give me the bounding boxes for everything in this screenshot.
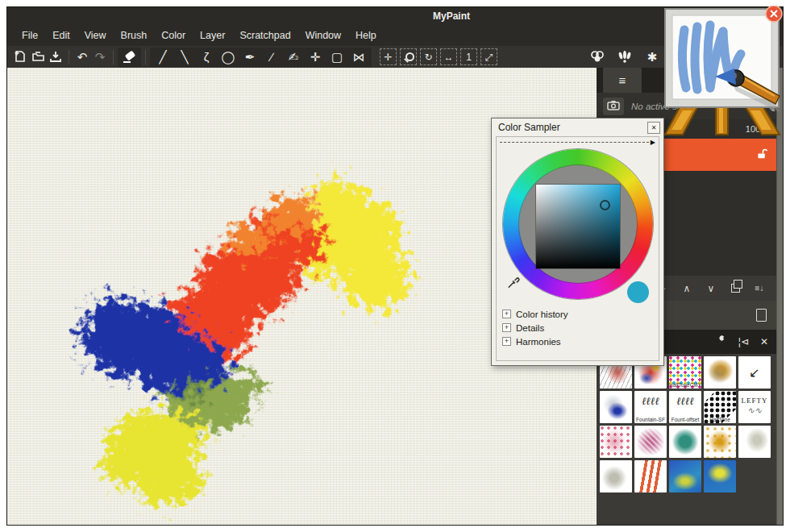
menu-window[interactable]: Window (298, 27, 348, 44)
eraser-icon (123, 51, 136, 63)
dock-icons-group: ✱ (588, 48, 661, 66)
duplicate-icon (731, 284, 740, 293)
dashed-line (500, 142, 649, 143)
brush-swatch[interactable]: ↙ (738, 356, 771, 389)
freehand-brush-button[interactable]: ╱ (154, 48, 172, 66)
move-layer-tool-button[interactable]: ✛ (306, 48, 324, 66)
dialog-title-bar[interactable]: Color Sampler ✕ (492, 118, 663, 136)
color-marker[interactable] (600, 200, 610, 210)
inking-tool-button[interactable]: ✒ (241, 48, 259, 66)
merge-layer-button[interactable]: ≡↓ (749, 280, 770, 297)
brush-swatch[interactable]: ℓℓℓℓFountain-SF (634, 391, 667, 423)
snapshot-button[interactable] (603, 98, 624, 115)
color-picker-tool-button[interactable]: ∕ (263, 48, 281, 66)
brush-swatch[interactable] (704, 460, 736, 493)
ellipse-tool-button[interactable]: ◯ (219, 48, 237, 66)
menu-layer[interactable]: Layer (193, 27, 232, 44)
frame-tool-button[interactable]: ▢ (328, 48, 346, 66)
menu-color[interactable]: Color (154, 27, 193, 44)
settings-button[interactable]: ✱ (643, 48, 661, 66)
section-details[interactable]: + Details (497, 321, 659, 335)
dialog-body: ▶ + Color history + Details + Harmonies (496, 136, 659, 361)
fit-view-button[interactable]: ⤢ (480, 48, 497, 65)
brush-swatch[interactable] (669, 460, 701, 493)
brush-swatch[interactable] (634, 426, 667, 458)
unlock-icon[interactable] (756, 148, 768, 163)
expand-icon[interactable]: + (502, 310, 511, 318)
brush-swatch[interactable]: HalfTone (704, 391, 736, 423)
zoom-view-button[interactable] (400, 48, 417, 65)
arrow-brush-glyph: ↙ (738, 356, 771, 389)
flood-fill-tool-button[interactable]: ✍ (285, 48, 302, 66)
raise-layer-button[interactable]: ∧ (676, 280, 697, 297)
brush-panel-close-button[interactable]: ✕ (760, 336, 768, 347)
brush-groups-button[interactable] (616, 48, 634, 66)
brush-swatch[interactable] (738, 426, 771, 458)
open-folder-icon (31, 50, 45, 64)
mirror-view-button[interactable]: ↔ (440, 48, 457, 65)
eraser-button[interactable] (118, 48, 141, 67)
toolbar-separator (69, 50, 69, 64)
duplicate-layer-button[interactable] (725, 280, 746, 297)
line-tool-button[interactable]: ╲ (176, 48, 193, 66)
camera-icon (607, 99, 620, 114)
brush-swatch[interactable] (669, 426, 701, 458)
color-wheel-area (497, 148, 659, 307)
brush-swatch[interactable] (704, 356, 736, 389)
overlay-close-button[interactable] (766, 6, 782, 22)
tab-tool-options[interactable]: ≡ (603, 68, 642, 93)
saturation-value-square[interactable] (536, 185, 620, 268)
toolbar-separator (145, 50, 146, 64)
menu-view[interactable]: View (77, 27, 114, 44)
redo-button[interactable]: ↷ (91, 48, 109, 66)
menu-file[interactable]: File (15, 27, 45, 44)
color-sampler-dialog: Color Sampler ✕ ▶ + Color history + (491, 118, 664, 366)
save-file-button[interactable] (47, 48, 64, 66)
brush-grid: HalfToneCMY ↙ ℓℓℓℓFountain-SF ℓℓℓℓFount-… (597, 354, 776, 525)
window-title: MyPaint (433, 10, 470, 22)
mypaint-logo-overlay (662, 6, 783, 138)
new-file-button[interactable] (11, 48, 29, 66)
yellow-bottom-stroke (102, 409, 203, 506)
brush-swatch[interactable] (600, 391, 632, 423)
undo-button[interactable]: ↶ (73, 48, 91, 66)
save-icon (49, 50, 62, 64)
section-harmonies[interactable]: + Harmonies (497, 335, 659, 348)
toolbar-separator (113, 50, 114, 64)
color-rings-button[interactable] (588, 48, 606, 66)
magnifier-icon (403, 52, 414, 62)
brush-swatch[interactable] (600, 426, 632, 458)
reset-zoom-button[interactable]: 1 (460, 48, 477, 65)
background-doc-icon[interactable] (756, 309, 767, 322)
expand-icon[interactable]: + (502, 337, 511, 346)
brush-swatch[interactable]: HalfToneCMY (669, 356, 701, 389)
rotate-view-button[interactable]: ↻ (420, 48, 437, 65)
current-color-swatch[interactable] (627, 281, 649, 303)
brush-swatch[interactable] (634, 460, 667, 493)
tablet-icon-button[interactable]: ¦⊲ (738, 336, 749, 347)
collapsed-slider[interactable]: ▶ (497, 137, 659, 148)
mypaint-window: MyPaint File Edit View Brush Color Layer… (6, 6, 784, 526)
menu-scratchpad[interactable]: Scratchpad (232, 27, 297, 44)
symmetry-tool-button[interactable]: ⋈ (350, 48, 368, 66)
brush-swatch[interactable] (704, 426, 736, 458)
curve-tool-button[interactable]: ζ (198, 48, 215, 66)
expand-icon[interactable]: + (502, 323, 511, 332)
menu-edit[interactable]: Edit (45, 27, 77, 44)
color-rings-icon (589, 49, 605, 65)
eyedropper-icon[interactable] (506, 275, 521, 293)
brush-settings-button[interactable] (716, 335, 727, 349)
menu-brush[interactable]: Brush (114, 27, 155, 44)
open-file-button[interactable] (29, 48, 47, 66)
wrench-icon (716, 335, 727, 349)
menu-help[interactable]: Help (348, 27, 384, 44)
brush-swatch[interactable]: ℓℓℓℓFount-offset (669, 391, 701, 423)
section-color-history[interactable]: + Color history (497, 307, 659, 321)
brush-swatch[interactable] (600, 460, 632, 493)
dialog-title: Color Sampler (498, 122, 647, 133)
lower-layer-button[interactable]: ∨ (701, 280, 721, 297)
scroll-view-button[interactable]: ✛ (380, 48, 397, 65)
dialog-close-button[interactable]: ✕ (647, 122, 660, 134)
brush-swatch[interactable]: LEFTY∿∿ (738, 391, 771, 423)
paw-icon (617, 49, 633, 65)
